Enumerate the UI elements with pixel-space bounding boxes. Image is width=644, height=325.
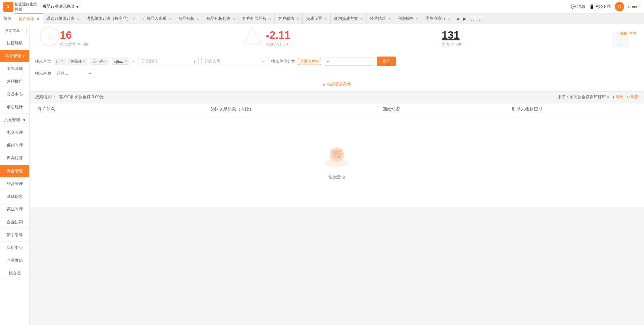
sidebar-item-app-center[interactable]: 应用中心 xyxy=(0,242,29,254)
tab-new-promotion[interactable]: 新增提成方案 ✕ xyxy=(331,13,367,24)
sidebar-item-finance[interactable]: 资金管理 xyxy=(0,165,29,178)
tab-close-icon[interactable]: ✕ xyxy=(268,17,271,21)
sidebar-item-quick-nav[interactable]: 快捷导航 xyxy=(0,37,29,50)
message-btn[interactable]: 💬 消息 xyxy=(571,4,585,9)
sidebar-item-basic[interactable]: 基础信息 xyxy=(0,190,29,203)
sidebar-item-label: 系统管理 xyxy=(7,207,23,212)
tab-close-icon[interactable]: ✕ xyxy=(77,17,79,21)
user-name[interactable]: demo2 xyxy=(628,4,641,9)
tab-product-analysis[interactable]: 商品分析 ✕ xyxy=(175,13,203,24)
filter-tag-wangxiaoliang[interactable]: 王小亮 ✕ xyxy=(90,58,109,65)
sidebar-item-operations[interactable]: 经营管理 xyxy=(0,178,29,190)
filter-tag-chenminqiang[interactable]: 陈民强 ✕ xyxy=(68,58,87,65)
tab-close-icon[interactable]: ✕ xyxy=(37,17,39,21)
tag-close-icon[interactable]: ✕ xyxy=(82,60,85,63)
sidebar-item-wholesale[interactable]: 批发管理 ▾ xyxy=(0,114,29,127)
tab-close-icon[interactable]: ✕ xyxy=(296,17,299,21)
unit-class-tag[interactable]: 普通客户 ✕ xyxy=(298,58,321,65)
tab-close-icon[interactable]: ✕ xyxy=(360,17,363,21)
sidebar-item-label: 新手引导 xyxy=(7,232,23,238)
tab-scroll-right[interactable]: ▶ xyxy=(461,16,468,21)
tab-promotion-settings[interactable]: 提成设置 ✕ xyxy=(303,13,331,24)
tab-close-icon[interactable]: ✕ xyxy=(133,17,135,21)
user-avatar[interactable]: D xyxy=(615,2,624,11)
refresh-button[interactable]: ↻ 刷新 xyxy=(627,94,639,100)
tab-close-icon[interactable]: ✕ xyxy=(416,17,419,21)
filter-more-tags[interactable]: ··· xyxy=(132,59,135,64)
tab-business-status[interactable]: 经营情况 ✕ xyxy=(367,13,394,24)
app-download-btn[interactable]: 📱 App下载 xyxy=(589,4,611,9)
sort-selector[interactable]: 排序：按欠款金额倒序排序 ▾ xyxy=(557,94,609,100)
balance-select[interactable]: 选择... ▾ xyxy=(54,69,94,78)
tab-customer-segment[interactable]: 客户分层经营 ✕ xyxy=(239,13,275,24)
chevron-down-icon: ▾ xyxy=(76,4,78,9)
filter-row-1: 往来单位 伍 ✕ 陈民强 ✕ 王小亮 ✕ cjttcw ✕ ··· xyxy=(35,57,639,66)
tab-close-icon[interactable]: ✕ xyxy=(232,17,235,21)
tag-close-icon[interactable]: ✕ xyxy=(104,60,107,63)
sidebar-item-vip[interactable]: 畅会员 xyxy=(0,267,29,280)
person-select[interactable]: 分管人员 ··· xyxy=(201,57,268,66)
sidebar-item-retail[interactable]: 零售管理 ▾ xyxy=(0,50,29,63)
classification-select[interactable]: ▾ xyxy=(324,58,374,66)
sidebar-item-member[interactable]: 会员中心 xyxy=(0,88,29,101)
sidebar-item-wechat[interactable]: 企业微信 xyxy=(0,254,29,267)
tab-product-list[interactable]: 商品分析列表 ✕ xyxy=(203,13,239,24)
stat-total-customers2: 🏢 131 总客户（家） 视频 帮助 xyxy=(435,30,637,47)
chevron-right-icon: ▾ xyxy=(23,118,25,122)
search-input[interactable] xyxy=(3,27,27,34)
header-right: 💬 消息 📱 App下载 D demo2 xyxy=(571,2,641,11)
sidebar-item-system[interactable]: 系统管理 xyxy=(0,203,29,216)
sidebar-item-label: 畅会员 xyxy=(9,270,21,276)
col-debt-info: 欠款交易信息（占比） xyxy=(207,106,380,112)
table-area: 客户信息 欠款交易信息（占比） 回款情况 到期未收款日期 🔍 xyxy=(30,103,644,207)
sidebar-item-inventory[interactable]: 库存核算 xyxy=(0,152,29,165)
tab-scroll-left[interactable]: ◀ xyxy=(454,16,461,21)
tab-close-icon[interactable]: ✕ xyxy=(388,17,391,21)
tab-close-icon[interactable]: ✕ xyxy=(448,17,450,21)
tag-close-icon[interactable]: ✕ xyxy=(124,60,127,63)
stat-label-debt: 欠款合计（万） xyxy=(266,42,294,47)
tag-close-icon[interactable]: ✕ xyxy=(60,60,63,63)
tab-product-stock[interactable]: 产成品入库单 ✕ xyxy=(139,13,175,24)
dept-select[interactable]: 分管部门 ▾ xyxy=(138,57,199,66)
tag-close-icon[interactable]: ✕ xyxy=(316,59,319,64)
help-link[interactable]: 帮助 xyxy=(629,31,636,36)
account-dropdown[interactable]: 母婴行业演示帐套 ▾ xyxy=(40,2,81,11)
tab-retail-profit[interactable]: 零售利润（ ✕ xyxy=(422,13,454,24)
tab-customer-book[interactable]: 客户账本 ✕ xyxy=(15,13,43,24)
tab-expand[interactable]: ⛶ xyxy=(468,16,476,21)
tab-close-icon[interactable]: ✕ xyxy=(169,17,171,21)
sidebar-item-label: 应用中心 xyxy=(7,245,23,251)
sort-label: 排序：按欠款金额倒序排序 xyxy=(557,94,606,100)
video-link[interactable]: 视频 xyxy=(620,31,627,36)
unit-label: 往来单位 xyxy=(35,59,51,64)
sidebar-item-marketing[interactable]: 营销推广 xyxy=(0,75,29,88)
export-button[interactable]: ⬇ 导出 xyxy=(612,94,624,100)
sidebar-item-enterprise[interactable]: 企业协同 xyxy=(0,216,29,229)
export-icon: ⬇ xyxy=(612,95,615,100)
filter-tag-cjttcw[interactable]: cjttcw ✕ xyxy=(112,59,129,65)
stat-help-links: 视频 帮助 xyxy=(620,31,636,36)
sidebar-item-ecommerce[interactable]: 电商管理 xyxy=(0,127,29,139)
filter-tag-unit[interactable]: 伍 ✕ xyxy=(54,58,66,65)
tab-home[interactable]: 首页 xyxy=(0,13,15,24)
query-button[interactable]: 查询 xyxy=(377,57,396,66)
sidebar-item-retail-mall[interactable]: 零售商城 xyxy=(0,63,29,75)
chevron-down-icon: ▾ xyxy=(327,59,329,64)
tab-bar: 首页 客户账本 ✕ 采购订单统计表 ✕ 进货单统计表（按商品） ✕ 产成品入库单… xyxy=(0,13,644,24)
stat-label-total: 总客户（家） xyxy=(442,42,466,47)
tab-fullscreen[interactable]: ⛶ xyxy=(476,16,484,21)
tab-close-icon[interactable]: ✕ xyxy=(197,17,199,21)
tab-stock-stats[interactable]: 进货单统计表（按商品） ✕ xyxy=(83,13,139,24)
tab-profit-report[interactable]: 利润报告 ✕ xyxy=(394,13,422,24)
sidebar-item-retail-stats[interactable]: 零售统计 xyxy=(0,101,29,114)
col-customer-info: 客户信息 xyxy=(35,106,207,112)
tab-customer-contact[interactable]: 客户联络 ✕ xyxy=(275,13,303,24)
top-header: ¥ 畅捷通好生意 标版 母婴行业演示帐套 ▾ 💬 消息 📱 App下载 D de… xyxy=(0,0,644,13)
sidebar-item-label: 企业微信 xyxy=(7,258,23,263)
sidebar-item-purchase[interactable]: 采购管理 xyxy=(0,139,29,152)
tab-close-icon[interactable]: ✕ xyxy=(324,17,327,21)
tab-purchase-order[interactable]: 采购订单统计表 ✕ xyxy=(43,13,83,24)
collapse-button[interactable]: ∧ 收起更多条件 xyxy=(35,81,639,88)
sidebar-item-newbie[interactable]: 新手引导 xyxy=(0,229,29,242)
